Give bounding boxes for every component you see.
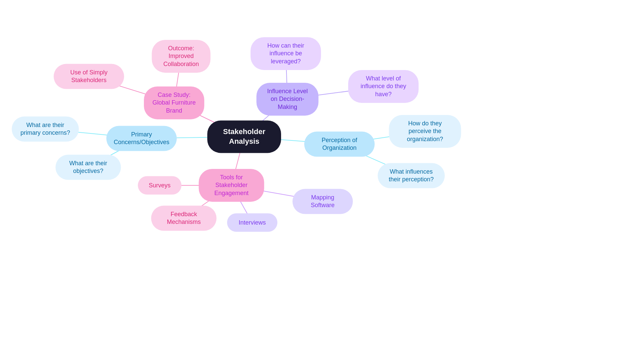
node-primary_concerns_q2[interactable]: What are their objectives? — [56, 155, 121, 180]
node-interviews[interactable]: Interviews — [227, 214, 277, 232]
node-case_study[interactable]: Case Study: Global Furniture Brand — [144, 86, 204, 119]
node-primary_concerns[interactable]: Primary Concerns/Objectives — [106, 126, 177, 151]
node-tools[interactable]: Tools for Stakeholder Engagement — [199, 169, 264, 202]
node-use_of_simply[interactable]: Use of Simply Stakeholders — [54, 64, 124, 89]
node-primary_concerns_q1[interactable]: What are their primary concerns? — [12, 117, 79, 142]
node-surveys[interactable]: Surveys — [138, 176, 181, 195]
node-outcome[interactable]: Outcome: Improved Collaboration — [152, 40, 211, 73]
node-center[interactable]: Stakeholder Analysis — [207, 120, 281, 153]
node-perception_q1[interactable]: How do they perceive the organization? — [389, 115, 461, 148]
node-influence_q1[interactable]: How can their influence be leveraged? — [251, 37, 321, 70]
node-influence_level[interactable]: Influence Level on Decision-Making — [257, 83, 319, 116]
connections-svg — [0, 0, 644, 363]
node-perception_q2[interactable]: What influences their perception? — [378, 163, 445, 188]
node-influence_q2[interactable]: What level of influence do they have? — [348, 70, 419, 103]
node-feedback[interactable]: Feedback Mechanisms — [151, 206, 217, 231]
node-perception[interactable]: Perception of Organization — [304, 132, 375, 157]
node-mapping_software[interactable]: Mapping Software — [292, 189, 353, 214]
mind-map: Stakeholder AnalysisCase Study: Global F… — [0, 0, 644, 363]
